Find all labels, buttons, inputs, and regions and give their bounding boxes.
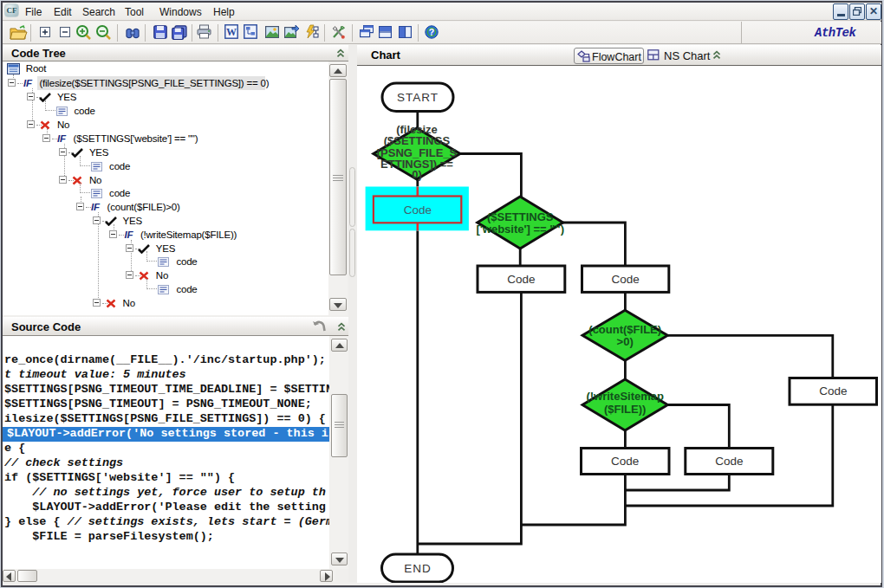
svg-text:Code: Code bbox=[507, 273, 535, 286]
svg-text:>0): >0) bbox=[617, 335, 634, 348]
svg-text:(!writeSitemap: (!writeSitemap bbox=[586, 390, 664, 403]
svg-text:Code: Code bbox=[612, 273, 640, 286]
svg-text:END: END bbox=[404, 562, 432, 575]
svg-text:Code: Code bbox=[715, 455, 743, 468]
svg-text:W: W bbox=[226, 26, 237, 38]
svg-text:($SETTINGS: ($SETTINGS bbox=[487, 210, 554, 223]
svg-text:?: ? bbox=[429, 27, 434, 37]
svg-text:Code: Code bbox=[819, 384, 847, 397]
svg-text:0): 0) bbox=[412, 168, 422, 181]
svg-text:Code: Code bbox=[404, 204, 432, 216]
svg-text:(count($FILE): (count($FILE) bbox=[588, 323, 661, 336]
svg-text:($FILE)): ($FILE)) bbox=[604, 403, 646, 416]
svg-text:Code: Code bbox=[611, 455, 639, 468]
svg-text:['website'] == ""): ['website'] == "") bbox=[476, 223, 564, 236]
svg-text:START: START bbox=[397, 91, 439, 104]
